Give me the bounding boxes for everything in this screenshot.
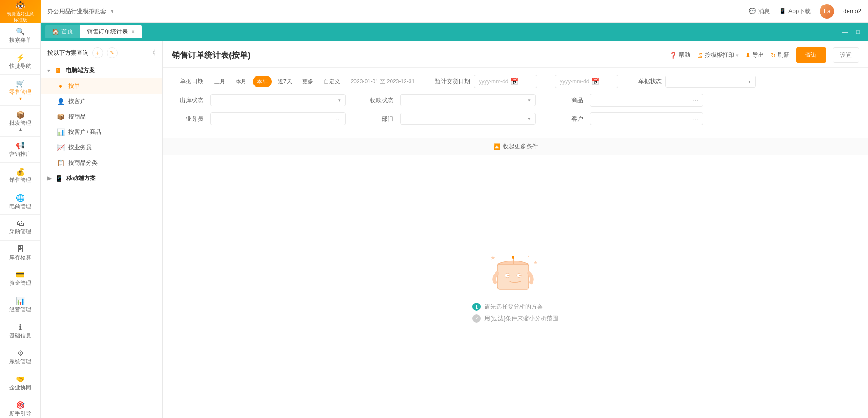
date-tab-7days[interactable]: 近7天 xyxy=(274,76,296,87)
mobile-icon: 📱 xyxy=(55,175,63,182)
tree-item-by-customer[interactable]: 👤 按客户 xyxy=(41,94,162,109)
refresh-icon: ↻ xyxy=(771,52,776,59)
expected-date-end[interactable]: yyyy-mm-dd 📅 xyxy=(555,75,618,88)
tree-item-by-customer-label: 按客户 xyxy=(68,97,86,105)
date-tab-thisyear[interactable]: 本年 xyxy=(253,76,272,87)
export-icon: ⬇ xyxy=(745,52,750,59)
goods-input[interactable]: ··· xyxy=(590,94,703,107)
tree-group-desktop-label: 电脑端方案 xyxy=(66,66,95,75)
expected-date-start[interactable]: yyyy-mm-dd 📅 xyxy=(474,75,537,88)
customer-ellipsis[interactable]: ··· xyxy=(693,115,698,122)
sidebar-item-stock-label: 库存核算 xyxy=(9,254,31,261)
date-tab-thismonth[interactable]: 本月 xyxy=(231,76,250,87)
refresh-btn[interactable]: ↻ 刷新 xyxy=(771,51,789,59)
filter-row-salesman: 业务员 ··· 部门 ▾ 客户 ··· xyxy=(172,112,859,125)
dept-select[interactable]: ▾ xyxy=(400,113,536,125)
sidebar-item-retail[interactable]: 🛒 零售管理 ▾ xyxy=(0,75,40,106)
tree-item-by-customer-goods[interactable]: 📊 按客户+商品 xyxy=(41,124,162,140)
date-placeholder-end: yyyy-mm-dd xyxy=(560,78,589,85)
sidebar-item-marketing[interactable]: 📢 营销推广 xyxy=(0,137,40,163)
date-tab-more[interactable]: 更多 xyxy=(298,76,317,87)
customer-input[interactable]: ··· xyxy=(590,112,703,125)
sidebar-item-basic[interactable]: ℹ 基础信息 xyxy=(0,318,40,345)
salesman-input[interactable]: ··· xyxy=(210,112,346,125)
collapse-panel-btn[interactable]: 《 xyxy=(149,49,156,57)
tabbar-maximize-btn[interactable]: □ xyxy=(853,26,863,37)
content: 按以下方案查询 + ✎ 《 ▾ 🖥 电脑端方案 ● 按单 👤 按客户 📦 xyxy=(41,41,868,418)
tree-item-by-category[interactable]: 📋 按商品分类 xyxy=(41,155,162,171)
filter-row-date: 单据日期 上月 本月 本年 近7天 更多 自定义 2023-01-01 至 20… xyxy=(172,75,859,88)
date-tabs: 上月 本月 本年 近7天 更多 自定义 xyxy=(210,76,344,87)
sidebar-item-quicknav-label: 快捷导航 xyxy=(9,63,31,70)
goods-ellipsis[interactable]: ··· xyxy=(693,97,698,104)
print-btn[interactable]: 🖨 按模板打印 ▾ xyxy=(697,51,739,59)
filter-row-ship: 出库状态 ▾ 收款状态 ▾ 商品 ··· xyxy=(172,94,859,107)
topbar-appdownload[interactable]: 📱 App下载 xyxy=(779,7,811,15)
sidebar-item-stock[interactable]: 🗄 库存核算 xyxy=(0,241,40,266)
sidebar-item-purchase[interactable]: 🛍 采购管理 xyxy=(0,215,40,241)
tabbar-minimize-btn[interactable]: — xyxy=(840,26,850,37)
by-order-icon: ● xyxy=(57,82,65,90)
sidebar: 🐯 畅捷通好生意 标准版 🔍 搜索菜单 ⚡ 快捷导航 🛒 零售管理 ▾ 📦 批发… xyxy=(0,0,41,418)
tree-group-desktop[interactable]: ▾ 🖥 电脑端方案 xyxy=(41,63,162,78)
add-scheme-btn[interactable]: + xyxy=(92,48,103,58)
sidebar-item-newbie[interactable]: 🎯 新手引导 xyxy=(0,396,40,418)
edit-scheme-btn[interactable]: ✎ xyxy=(107,48,118,58)
tree-item-by-goods-label: 按商品 xyxy=(68,113,86,121)
sidebar-item-ecommerce[interactable]: 🌐 电商管理 xyxy=(0,189,40,215)
basic-icon: ℹ xyxy=(19,323,22,332)
collapse-up-icon: 🔼 xyxy=(493,143,500,150)
sidebar-item-system-label: 系统管理 xyxy=(9,358,31,366)
svg-point-4 xyxy=(507,275,509,276)
tab-home-label: 首页 xyxy=(61,28,73,36)
date-tab-custom[interactable]: 自定义 xyxy=(320,76,344,87)
date-tab-lastmonth[interactable]: 上月 xyxy=(210,76,229,87)
status-select[interactable]: ▾ xyxy=(665,76,756,88)
avatar[interactable]: Ea xyxy=(820,4,834,19)
msg-num-1: 1 xyxy=(472,303,481,311)
help-btn[interactable]: ❓ 帮助 xyxy=(670,51,690,59)
sidebar-item-system[interactable]: ⚙ 系统管理 xyxy=(0,344,40,370)
sidebar-item-wholesale[interactable]: 📦 批发管理 ▴ xyxy=(0,106,40,137)
collapse-more-label: 收起更多条件 xyxy=(503,142,538,151)
sidebar-item-finance[interactable]: 💳 资金管理 xyxy=(0,266,40,292)
tree-group-mobile[interactable]: ▶ 📱 移动端方案 xyxy=(41,171,162,186)
date-label: 单据日期 xyxy=(172,77,203,86)
desktop-icon: 🖥 xyxy=(54,67,62,74)
ship-status-select[interactable]: ▾ xyxy=(210,94,346,106)
print-dropdown-icon[interactable]: ▾ xyxy=(736,52,739,58)
empty-illustration: ★ ★ ★ xyxy=(488,251,542,296)
ship-status-label: 出库状态 xyxy=(172,96,203,104)
query-button[interactable]: 查询 xyxy=(796,48,826,63)
sidebar-nav: 🔍 搜索菜单 ⚡ 快捷导航 🛒 零售管理 ▾ 📦 批发管理 ▴ 📢 营销推广 💰… xyxy=(0,23,40,418)
home-icon: 🏠 xyxy=(52,28,59,35)
sidebar-item-basic-label: 基础信息 xyxy=(9,332,31,340)
enterprise-icon: 🤝 xyxy=(16,375,25,384)
tree-item-by-goods[interactable]: 📦 按商品 xyxy=(41,109,162,124)
tab-home[interactable]: 🏠 首页 xyxy=(45,25,80,38)
settings-button[interactable]: 设置 xyxy=(833,48,859,63)
sidebar-item-search[interactable]: 🔍 搜索菜单 xyxy=(0,23,40,49)
sidebar-item-quicknav[interactable]: ⚡ 快捷导航 xyxy=(0,49,40,75)
topbar-message[interactable]: 💬 消息 xyxy=(749,7,770,15)
sidebar-item-sales[interactable]: 💰 销售管理 xyxy=(0,163,40,189)
logo-area[interactable]: 🐯 畅捷通好生意 标准版 xyxy=(0,0,41,23)
salesman-ellipsis[interactable]: ··· xyxy=(336,115,341,122)
tab-salesstat[interactable]: 销售订单统计表 × xyxy=(80,25,142,38)
help-label: 帮助 xyxy=(679,51,690,59)
tree-item-by-salesman[interactable]: 📈 按业务员 xyxy=(41,140,162,155)
collapse-more-bar[interactable]: 🔼 收起更多条件 xyxy=(163,138,868,155)
tab-close-icon[interactable]: × xyxy=(132,28,135,35)
date-dash: — xyxy=(543,78,549,85)
payment-status-label: 收款状态 xyxy=(362,96,393,104)
payment-status-select[interactable]: ▾ xyxy=(400,94,536,106)
stock-icon: 🗄 xyxy=(17,245,24,253)
sales-icon: 💰 xyxy=(16,167,25,176)
empty-state: ★ ★ ★ 1 请先选择要分析的方案 2 用[过滤]条件来缩小分析范围 xyxy=(163,155,868,418)
tree-item-by-order[interactable]: ● 按单 xyxy=(41,78,162,94)
export-btn[interactable]: ⬇ 导出 xyxy=(745,51,764,59)
sidebar-item-operations[interactable]: 📊 经营管理 xyxy=(0,292,40,318)
sidebar-item-search-label: 搜索菜单 xyxy=(9,37,31,44)
sidebar-item-enterprise[interactable]: 🤝 企业协同 xyxy=(0,370,40,397)
topbar-dropdown[interactable]: ▾ xyxy=(111,8,114,14)
